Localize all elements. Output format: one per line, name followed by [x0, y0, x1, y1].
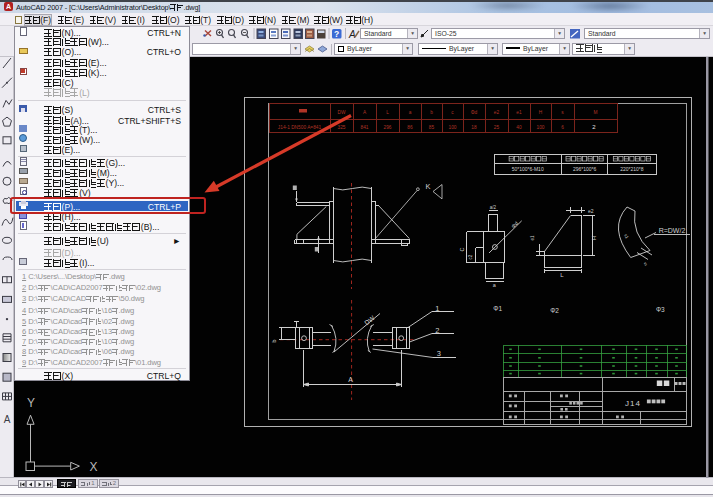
svg-text:A: A	[4, 414, 11, 425]
